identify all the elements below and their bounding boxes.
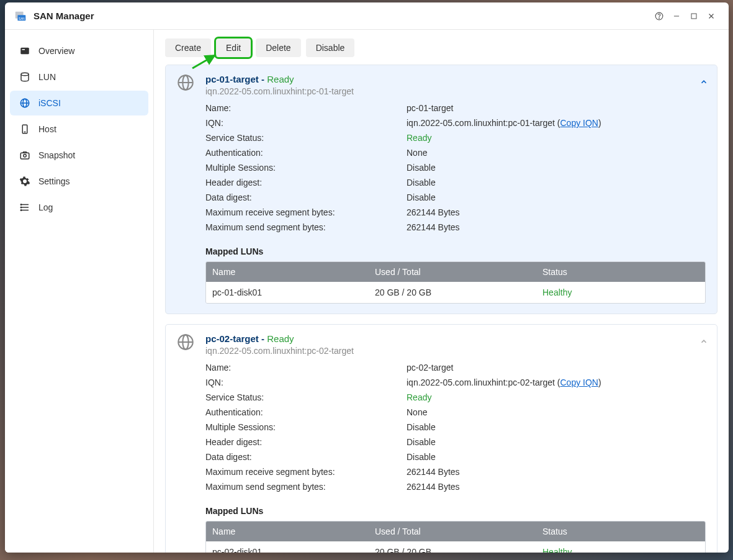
- svg-point-18: [24, 155, 27, 158]
- lun-icon: [19, 71, 31, 83]
- collapse-button[interactable]: [699, 78, 708, 88]
- sidebar-item-label: Snapshot: [38, 150, 75, 160]
- delete-button[interactable]: Delete: [256, 38, 300, 57]
- sidebar-item-label: iSCSI: [38, 98, 61, 108]
- target-properties: Name:pc-01-target IQN:iqn.2022-05.com.li…: [166, 100, 717, 239]
- prop-label: Authentication:: [205, 407, 407, 421]
- prop-value: Ready: [407, 133, 706, 147]
- mapped-luns-table: Name Used / Total Status pc-02-disk01 20…: [205, 521, 706, 553]
- prop-label: Name:: [205, 103, 407, 117]
- prop-label: Maximum receive segment bytes:: [205, 467, 407, 481]
- mapped-luns-table: Name Used / Total Status pc-01-disk01 20…: [205, 261, 706, 304]
- sidebar: Overview LUN iSCSI Host Snapshot Setting…: [5, 30, 154, 553]
- sidebar-item-log[interactable]: Log: [10, 195, 148, 220]
- prop-label: Header digest:: [205, 437, 407, 451]
- prop-label: Data digest:: [205, 192, 407, 206]
- window-title: SAN Manager: [34, 11, 94, 21]
- host-icon: [19, 123, 31, 135]
- sidebar-item-snapshot[interactable]: Snapshot: [10, 143, 148, 168]
- sidebar-item-host[interactable]: Host: [10, 117, 148, 142]
- prop-label: IQN:: [205, 118, 407, 132]
- lun-used: 20 GB / 20 GB: [369, 541, 536, 553]
- sidebar-item-iscsi[interactable]: iSCSI: [10, 91, 148, 115]
- prop-value: 262144 Bytes: [407, 467, 706, 481]
- prop-value: None: [407, 148, 706, 161]
- sidebar-item-label: Settings: [38, 176, 70, 186]
- toolbar: Create Edit Delete Disable: [165, 38, 717, 57]
- prop-value: Disable: [407, 422, 706, 436]
- table-row[interactable]: pc-01-disk01 20 GB / 20 GB Healthy: [206, 282, 705, 303]
- prop-value: 262144 Bytes: [407, 207, 706, 221]
- lun-status: Healthy: [536, 282, 705, 303]
- lun-name: pc-01-disk01: [206, 282, 369, 303]
- globe-icon: [177, 333, 194, 351]
- target-iqn: iqn.2022-05.com.linuxhint:pc-02-target: [205, 346, 706, 356]
- copy-iqn-link[interactable]: Copy IQN: [560, 377, 598, 387]
- target-status: Ready: [267, 333, 294, 344]
- svg-rect-17: [20, 153, 29, 159]
- svg-point-23: [20, 207, 22, 208]
- prop-label: Maximum send segment bytes:: [205, 222, 407, 236]
- prop-value: iqn.2022-05.com.linuxhint:pc-01-target (…: [407, 118, 706, 132]
- collapse-button[interactable]: [699, 337, 708, 348]
- prop-label: Data digest:: [205, 452, 407, 466]
- th-used: Used / Total: [369, 262, 536, 282]
- edit-button[interactable]: Edit: [216, 38, 251, 57]
- th-status: Status: [536, 522, 705, 541]
- iscsi-icon: [19, 97, 31, 109]
- mapped-luns-title: Mapped LUNs: [166, 239, 717, 261]
- copy-iqn-link[interactable]: Copy IQN: [560, 118, 598, 128]
- target-status: Ready: [267, 74, 294, 84]
- prop-label: Multiple Sessions:: [205, 422, 407, 436]
- table-row[interactable]: pc-02-disk01 20 GB / 20 GB Healthy: [206, 541, 705, 553]
- snapshot-icon: [19, 149, 31, 161]
- main-content: Create Edit Delete Disable pc-01-target …: [154, 30, 729, 553]
- prop-value: Disable: [407, 163, 706, 176]
- prop-label: IQN:: [205, 377, 407, 391]
- lun-used: 20 GB / 20 GB: [369, 282, 536, 303]
- prop-value: Disable: [407, 437, 706, 451]
- globe-icon: [177, 74, 194, 91]
- target-name: pc-02-target: [205, 333, 259, 344]
- close-button[interactable]: [703, 7, 720, 25]
- th-name: Name: [206, 262, 369, 282]
- sidebar-item-settings[interactable]: Settings: [10, 169, 148, 194]
- target-iqn: iqn.2022-05.com.linuxhint:pc-01-target: [205, 86, 706, 96]
- svg-rect-6: [691, 14, 696, 19]
- prop-value: Disable: [407, 192, 706, 206]
- prop-value: Ready: [407, 392, 706, 406]
- svg-point-4: [659, 17, 660, 18]
- prop-label: Service Status:: [205, 392, 407, 406]
- svg-rect-9: [20, 48, 29, 55]
- prop-label: Service Status:: [205, 133, 407, 147]
- prop-label: Multiple Sessions:: [205, 163, 407, 176]
- create-button[interactable]: Create: [165, 38, 211, 57]
- prop-value: iqn.2022-05.com.linuxhint:pc-02-target (…: [407, 377, 706, 391]
- minimize-button[interactable]: [668, 7, 685, 25]
- sidebar-item-label: LUN: [38, 72, 56, 82]
- svg-point-24: [20, 210, 22, 211]
- disable-button[interactable]: Disable: [306, 38, 355, 57]
- target-header: pc-02-target - Ready iqn.2022-05.com.lin…: [166, 325, 717, 359]
- target-name: pc-01-target: [205, 74, 259, 84]
- target-card-pc-01[interactable]: pc-01-target - Ready iqn.2022-05.com.lin…: [165, 65, 717, 314]
- target-header: pc-01-target - Ready iqn.2022-05.com.lin…: [166, 65, 717, 100]
- svg-rect-10: [22, 49, 25, 50]
- prop-label: Maximum receive segment bytes:: [205, 207, 407, 221]
- prop-value: 262144 Bytes: [407, 222, 706, 236]
- prop-value: pc-01-target: [407, 103, 706, 117]
- app-icon: SAN: [14, 9, 27, 23]
- prop-label: Authentication:: [205, 148, 407, 161]
- target-properties: Name:pc-02-target IQN:iqn.2022-05.com.li…: [166, 359, 717, 499]
- target-card-pc-02[interactable]: pc-02-target - Ready iqn.2022-05.com.lin…: [165, 324, 717, 553]
- th-status: Status: [536, 262, 705, 282]
- prop-value: Disable: [407, 178, 706, 191]
- sidebar-item-label: Overview: [38, 46, 74, 56]
- maximize-button[interactable]: [685, 7, 703, 25]
- sidebar-item-lun[interactable]: LUN: [10, 65, 148, 89]
- help-button[interactable]: [650, 7, 668, 25]
- lun-name: pc-02-disk01: [206, 541, 369, 553]
- san-manager-window: SAN SAN Manager Overview LUN iSCSI Ho: [5, 2, 729, 553]
- sidebar-item-overview[interactable]: Overview: [10, 38, 148, 63]
- prop-value: pc-02-target: [407, 363, 706, 376]
